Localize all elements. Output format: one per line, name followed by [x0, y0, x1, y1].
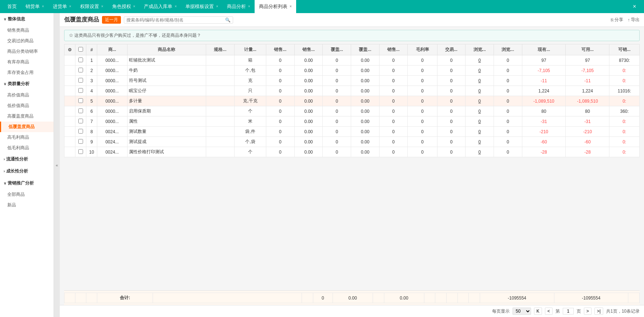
row-checkbox[interactable]	[78, 88, 83, 93]
sales-qty-column-header[interactable]: 销售...	[266, 44, 295, 55]
page-number-input[interactable]	[563, 308, 574, 314]
browse1[interactable]: 0	[466, 86, 494, 96]
sidebar-section-circulation[interactable]: › 流通性分析	[0, 153, 54, 165]
browse1[interactable]: 0	[466, 55, 494, 66]
code-column-header[interactable]: 商...	[97, 44, 127, 55]
table-row: 8 0024... 测试数量 袋,件 0 0.00 0 0.00 0 0 0 0…	[64, 127, 640, 137]
browse1[interactable]: 0	[466, 137, 494, 147]
settings-column-header[interactable]: ⚙	[64, 44, 75, 55]
available-column-header[interactable]: 可用...	[566, 44, 609, 55]
last-page-button[interactable]: >|	[594, 308, 603, 315]
checkbox-cell[interactable]	[75, 147, 86, 157]
window-close-button[interactable]: ×	[628, 0, 641, 13]
cover2-column-header[interactable]: 覆盖...	[351, 44, 380, 55]
row-checkbox[interactable]	[78, 149, 83, 154]
settings-icon[interactable]: ⚙	[68, 47, 72, 52]
sidebar-item-all-products[interactable]: 全部商品	[0, 189, 54, 200]
sellable-column-header[interactable]: 可销...	[609, 44, 640, 55]
nav-product-analysis-list[interactable]: 商品分析列表 ×	[255, 0, 296, 13]
nav-close-icon[interactable]: ×	[174, 0, 177, 13]
export-button[interactable]: ↑ 导出	[628, 17, 640, 23]
row-checkbox[interactable]	[78, 78, 83, 83]
share-button[interactable]: ⎘ 分享	[611, 17, 623, 23]
nav-role-auth[interactable]: 角色授权 ×	[108, 0, 140, 13]
sidebar-item-new-products[interactable]: 新品	[0, 200, 54, 210]
browse1[interactable]: 0	[466, 76, 494, 86]
sales-amt-column-header[interactable]: 销售...	[294, 44, 323, 55]
sidebar-section-growth[interactable]: › 成长性分析	[0, 165, 54, 177]
nav-close-icon[interactable]: ×	[216, 0, 218, 13]
sidebar-item-low-coverage[interactable]: 低覆盖度商品	[0, 122, 54, 132]
checkbox-cell[interactable]	[75, 137, 86, 147]
checkbox-cell[interactable]	[75, 127, 86, 137]
sidebar-item-traded-products[interactable]: 交易过的商品	[0, 36, 54, 46]
row-checkbox[interactable]	[78, 58, 83, 62]
sidebar-item-stocked-products[interactable]: 有库存商品	[0, 57, 54, 67]
cover1-column-header[interactable]: 覆盖...	[323, 44, 351, 55]
row-checkbox[interactable]	[78, 139, 83, 144]
nav-close-icon[interactable]: ×	[290, 0, 292, 13]
nav-close-icon[interactable]: ×	[69, 0, 71, 13]
trade-column-header[interactable]: 交易...	[437, 44, 466, 55]
nav-close-icon[interactable]: ×	[133, 0, 136, 13]
name-column-header[interactable]: 商品名称	[127, 44, 206, 55]
nav-close-icon[interactable]: ×	[42, 0, 44, 13]
nav-product-analysis[interactable]: 商品分析 ×	[223, 0, 255, 13]
current-stock-column-header[interactable]: 现有...	[522, 44, 566, 55]
sidebar-item-low-value[interactable]: 低价值商品	[0, 100, 54, 111]
browse1[interactable]: 0	[466, 116, 494, 127]
checkbox-cell[interactable]	[75, 86, 86, 96]
checkbox-cell[interactable]	[75, 76, 86, 86]
date-filter-button[interactable]: 近一月	[102, 16, 121, 24]
nav-close-icon[interactable]: ×	[248, 0, 250, 13]
search-icon[interactable]: 🔍	[225, 17, 231, 23]
checkbox-cell[interactable]	[75, 96, 86, 106]
browse1[interactable]: 0	[466, 127, 494, 137]
sidebar-item-high-coverage[interactable]: 高覆盖度商品	[0, 111, 54, 122]
nav-permission-settings[interactable]: 权限设置 ×	[76, 0, 108, 13]
sidebar-item-inventory-capital[interactable]: 库存资金占用	[0, 67, 54, 78]
browse1[interactable]: 0	[466, 147, 494, 157]
browse1-column-header[interactable]: 浏览...	[466, 44, 494, 55]
checkbox-cell[interactable]	[75, 66, 86, 76]
sidebar-item-high-margin[interactable]: 高毛利商品	[0, 132, 54, 143]
sales3-column-header[interactable]: 销售...	[379, 44, 408, 55]
sidebar-item-high-value[interactable]: 高价值商品	[0, 90, 54, 100]
unit-column-header[interactable]: 计量...	[234, 44, 266, 55]
nav-purchase-order[interactable]: 进货单 ×	[48, 0, 76, 13]
sidebar-section-marketing[interactable]: ∨ 营销推广分析	[0, 177, 54, 189]
spec-column-header[interactable]: 规格...	[206, 44, 235, 55]
row-checkbox[interactable]	[78, 119, 83, 123]
nav-template-settings[interactable]: 单据模板设置 ×	[181, 0, 223, 13]
nav-home[interactable]: 首页	[3, 0, 21, 13]
row-checkbox[interactable]	[78, 98, 83, 103]
browse1[interactable]: 0	[466, 66, 494, 76]
profit-rate-column-header[interactable]: 毛利率	[408, 44, 437, 55]
sidebar-item-sales-products[interactable]: 销售类商品	[0, 25, 54, 36]
nav-close-icon[interactable]: ×	[101, 0, 103, 13]
sidebar-section-overall[interactable]: ∨ 整体信息	[0, 13, 54, 25]
per-page-select[interactable]: 50 10 20 100	[513, 308, 531, 315]
prev-page-button[interactable]: <	[545, 308, 553, 315]
search-input[interactable]	[126, 17, 225, 23]
checkbox-column-header[interactable]	[75, 44, 86, 55]
sidebar-collapse-button[interactable]: «	[54, 13, 60, 317]
browse1[interactable]: 0	[466, 106, 494, 116]
checkbox-cell[interactable]	[75, 106, 86, 116]
row-checkbox[interactable]	[78, 129, 83, 134]
nav-product-warehousing[interactable]: 产成品入库单 ×	[140, 0, 181, 13]
sidebar-item-category-turnover[interactable]: 商品分类动销率	[0, 46, 54, 57]
select-all-checkbox[interactable]	[78, 47, 83, 52]
nav-sales-order[interactable]: 销货单 ×	[21, 0, 48, 13]
sidebar-section-cluster[interactable]: ∨ 类群量分析	[0, 78, 54, 90]
data-table-wrapper[interactable]: ⚙ # 商... 商品名称 规格...	[64, 44, 640, 290]
browse1[interactable]: 0	[466, 96, 494, 106]
row-checkbox[interactable]	[78, 108, 83, 113]
browse2-column-header[interactable]: 浏览...	[494, 44, 522, 55]
checkbox-cell[interactable]	[75, 116, 86, 127]
checkbox-cell[interactable]	[75, 55, 86, 66]
sidebar-item-low-margin[interactable]: 低毛利商品	[0, 143, 54, 153]
next-page-button[interactable]: >	[584, 308, 592, 315]
first-page-button[interactable]: K	[534, 308, 542, 315]
row-checkbox[interactable]	[78, 68, 83, 72]
